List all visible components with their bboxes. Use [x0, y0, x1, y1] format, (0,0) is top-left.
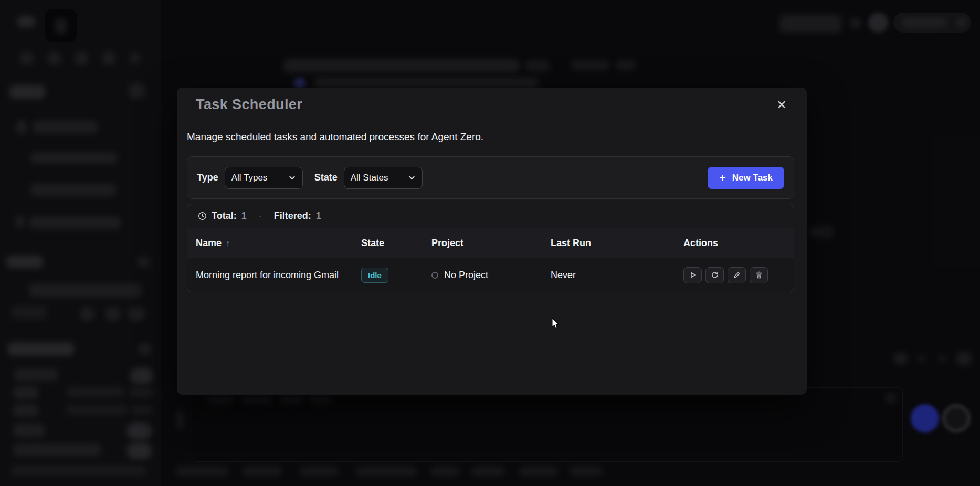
reload-icon	[711, 271, 719, 279]
type-filter-label: Type	[197, 172, 218, 183]
column-header-name[interactable]: Name↑	[196, 238, 361, 249]
chevron-down-icon	[408, 174, 416, 182]
column-header-actions: Actions	[683, 238, 794, 249]
filtered-label: Filtered:	[274, 210, 311, 221]
tasks-table-card: Total: 1 · Filtered: 1 Name↑ State Proje…	[187, 204, 794, 292]
table-row: Morning report for incoming Gmail Idle N…	[187, 258, 794, 292]
new-task-label: New Task	[732, 173, 773, 183]
chevron-down-icon	[288, 174, 296, 182]
column-header-project[interactable]: Project	[431, 238, 551, 249]
total-value: 1	[241, 210, 247, 221]
type-filter-value: All Types	[231, 173, 268, 183]
state-filter-value: All States	[351, 173, 388, 183]
state-filter-select[interactable]: All States	[344, 167, 423, 189]
stats-row: Total: 1 · Filtered: 1	[187, 204, 794, 228]
modal-title: Task Scheduler	[196, 97, 302, 113]
modal-header: Task Scheduler ✕	[177, 88, 807, 122]
edit-task-button[interactable]	[728, 267, 746, 283]
task-project: No Project	[444, 270, 488, 281]
task-last-run: Never	[551, 270, 683, 281]
status-badge: Idle	[361, 268, 388, 283]
filtered-value: 1	[316, 210, 321, 221]
plus-icon: +	[719, 172, 726, 184]
clock-icon	[198, 212, 207, 220]
play-icon	[689, 271, 697, 279]
task-name: Morning report for incoming Gmail	[196, 270, 361, 281]
run-task-button[interactable]	[683, 267, 702, 283]
task-scheduler-modal: Task Scheduler ✕ Manage scheduled tasks …	[177, 88, 807, 395]
stats-separator: ·	[259, 210, 262, 221]
row-actions	[683, 267, 794, 283]
total-label: Total:	[212, 210, 237, 221]
filter-toolbar: Type All Types State All States + New Ta…	[187, 156, 794, 199]
type-filter-select[interactable]: All Types	[225, 167, 303, 189]
table-header-row: Name↑ State Project Last Run Actions	[187, 228, 794, 258]
close-icon[interactable]: ✕	[776, 99, 787, 111]
state-filter-label: State	[314, 172, 338, 183]
pencil-icon	[733, 271, 741, 279]
delete-task-button[interactable]	[750, 267, 768, 283]
column-header-state[interactable]: State	[361, 238, 431, 249]
column-header-last-run[interactable]: Last Run	[551, 238, 683, 249]
mouse-cursor	[551, 318, 560, 330]
project-ring-icon	[431, 272, 438, 279]
sort-ascending-icon: ↑	[226, 239, 230, 248]
new-task-button[interactable]: + New Task	[708, 167, 784, 189]
reload-task-button[interactable]	[705, 267, 724, 283]
trash-icon	[755, 271, 763, 279]
modal-subtitle: Manage scheduled tasks and automated pro…	[187, 131, 483, 143]
